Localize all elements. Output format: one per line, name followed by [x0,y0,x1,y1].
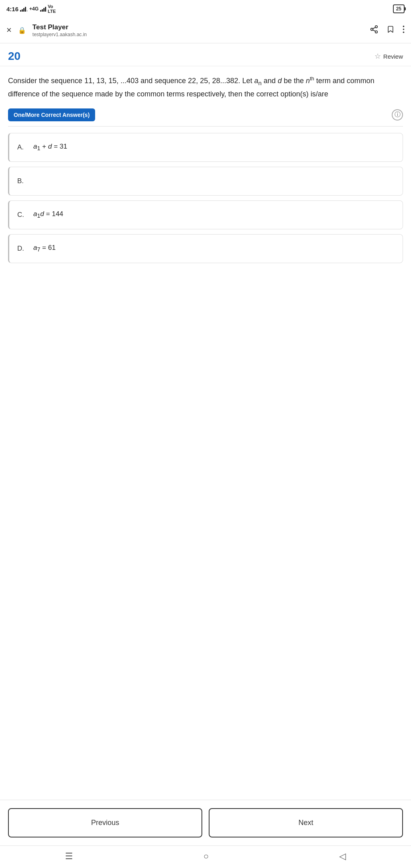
bar3 [23,8,24,12]
browser-url: testplayerv1.aakash.ac.in [33,32,87,37]
svg-point-7 [403,32,405,33]
browser-bar: × 🔒 Test Player testplayerv1.aakash.ac.i… [0,18,411,43]
option-c-text: a1d = 144 [33,210,63,219]
bar2 [22,9,23,12]
option-c-label: C. [17,211,27,219]
main-area: 20 ☆ Review Consider the sequence 11, 13… [0,43,411,846]
option-b[interactable]: B. [8,167,403,196]
status-bar: 4:16 +4G Vo LTE 25 [0,0,411,18]
back-icon[interactable]: ◁ [339,851,346,862]
b1 [40,10,41,12]
question-text: Consider the sequence 11, 13, 15, ...403… [8,74,403,100]
close-button[interactable]: × [6,25,12,35]
lte-text: LTE [48,9,56,14]
status-left: 4:16 +4G Vo LTE [6,4,56,14]
answer-type-badge: One/More Correct Answer(s) [8,108,95,121]
home-icon[interactable]: ○ [203,851,209,862]
b3 [43,8,45,12]
review-label: Review [383,53,403,60]
an-variable: a [254,77,258,85]
vo-lte: Vo LTE [48,4,56,14]
options-container: A. a1 + d = 31 B. C. a1d = 144 [8,133,403,263]
question-number: 20 [8,50,20,63]
svg-line-4 [373,27,375,29]
d-variable: d [278,77,282,85]
lock-icon: 🔒 [18,27,26,34]
star-icon: ☆ [374,52,381,61]
bar5 [26,10,28,12]
browser-title-area: Test Player testplayerv1.aakash.ac.in [33,23,87,37]
bar1 [20,10,21,12]
time-display: 4:16 [6,6,18,12]
question-header: 20 ☆ Review [0,43,411,66]
question-content: Consider the sequence 11, 13, 15, ...403… [0,66,411,800]
subscript-n: n [258,80,261,86]
network-type: +4G [29,6,39,12]
previous-button[interactable]: Previous [8,808,202,837]
bookmark-icon[interactable] [387,25,395,36]
browser-left: × 🔒 Test Player testplayerv1.aakash.ac.i… [6,23,87,37]
b4 [45,7,46,12]
svg-line-3 [373,30,375,31]
navigation-buttons: Previous Next [0,800,411,846]
more-options-icon[interactable] [403,25,405,36]
option-d-text: a7 = 61 [33,244,56,253]
signal-bars-2 [40,6,46,12]
option-a-label: A. [17,143,27,151]
browser-icons [370,25,405,36]
option-b-label: B. [17,177,27,185]
th-superscript: th [310,76,314,82]
option-a-text: a1 + d = 31 [33,143,67,151]
vo-text: Vo [48,4,56,9]
nth-text: n [306,77,310,85]
option-d[interactable]: D. a7 = 61 [8,234,403,263]
menu-icon[interactable]: ☰ [65,851,73,862]
option-d-label: D. [17,245,27,253]
share-icon[interactable] [370,25,378,36]
bottom-nav-bar: ☰ ○ ◁ [0,846,411,868]
bar4 [25,7,26,12]
status-right: 25 [393,4,405,13]
next-button[interactable]: Next [209,808,403,837]
question-card: 20 ☆ Review Consider the sequence 11, 13… [0,43,411,846]
info-icon[interactable]: ⓘ [392,109,403,120]
answer-type-row: One/More Correct Answer(s) ⓘ [8,108,403,127]
battery-indicator: 25 [393,4,405,13]
svg-point-6 [403,29,405,30]
option-a[interactable]: A. a1 + d = 31 [8,133,403,162]
svg-point-5 [403,26,405,27]
signal-bars [20,6,28,12]
browser-title: Test Player [33,23,87,31]
b2 [42,9,43,12]
review-button[interactable]: ☆ Review [374,52,403,61]
option-c[interactable]: C. a1d = 144 [8,200,403,229]
